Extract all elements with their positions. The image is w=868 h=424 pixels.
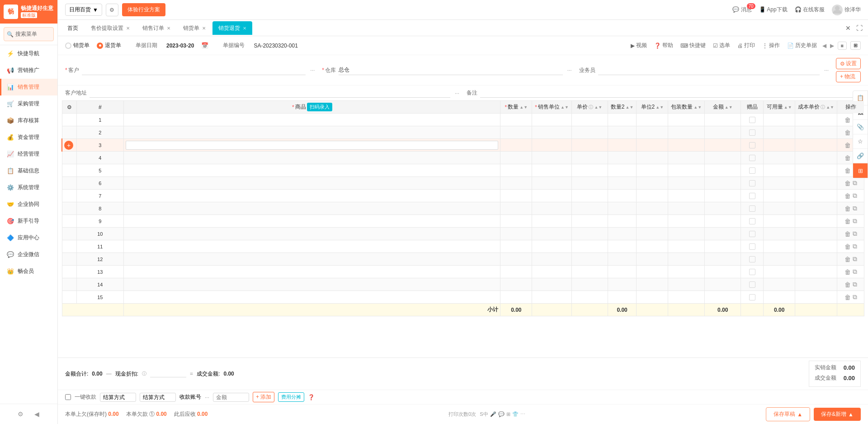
gift-checkbox[interactable] <box>749 218 755 224</box>
gift-checkbox[interactable] <box>749 205 755 212</box>
cost-cell[interactable] <box>795 228 837 240</box>
shortcut-action[interactable]: ⌨ 快捷键 <box>679 41 708 50</box>
copy-row-button[interactable]: ⧉ <box>853 179 857 187</box>
delete-row-button[interactable]: 🗑 <box>844 192 851 200</box>
pkg-cell[interactable] <box>668 215 705 228</box>
qty2-cell[interactable] <box>608 266 637 278</box>
pkg-cell[interactable] <box>668 114 705 126</box>
sidebar-item-apps[interactable]: 🔷 应用中心 <box>0 229 57 246</box>
price-cell[interactable] <box>571 228 608 240</box>
unit-cell[interactable] <box>532 152 572 164</box>
amount-cell[interactable] <box>705 164 741 177</box>
avail-cell[interactable] <box>764 114 795 126</box>
unit-cell[interactable] <box>532 164 572 177</box>
price-cell[interactable] <box>571 152 608 164</box>
qty-sort[interactable]: ▲▼ <box>519 105 528 110</box>
amount-cell[interactable] <box>705 253 741 266</box>
amount-cell[interactable] <box>705 291 741 304</box>
gift-checkbox[interactable] <box>749 129 755 136</box>
sidebar-item-basic[interactable]: 📋 基础信息 <box>0 162 57 179</box>
amount-cell[interactable] <box>705 126 741 139</box>
pkg-cell[interactable] <box>668 228 705 240</box>
cost-cell[interactable] <box>795 266 837 278</box>
settings-bottom-button[interactable]: ⚙ <box>14 408 27 420</box>
qty2-cell[interactable] <box>608 228 637 240</box>
qty-cell[interactable] <box>500 291 532 304</box>
unit-cell[interactable] <box>532 266 572 278</box>
pkg-cell[interactable] <box>668 202 705 215</box>
qty-cell[interactable] <box>500 126 532 139</box>
amount-cell[interactable] <box>705 190 741 202</box>
unit-cell[interactable] <box>532 126 572 139</box>
cost-cell[interactable] <box>795 202 837 215</box>
gift-cell[interactable] <box>741 291 764 304</box>
gift-cell[interactable] <box>741 152 764 164</box>
gift-checkbox[interactable] <box>749 243 755 250</box>
amount-cell[interactable] <box>705 215 741 228</box>
product-cell[interactable] <box>124 278 500 291</box>
gift-cell[interactable] <box>741 202 764 215</box>
unit-cell[interactable] <box>532 177 572 190</box>
amount-cell[interactable] <box>705 177 741 190</box>
cost-cell[interactable] <box>795 114 837 126</box>
unit2-cell[interactable] <box>637 190 668 202</box>
gift-cell[interactable] <box>741 266 764 278</box>
unit2-cell[interactable] <box>637 266 668 278</box>
gift-cell[interactable] <box>741 228 764 240</box>
unit-cell[interactable] <box>532 291 572 304</box>
link-tool-button[interactable]: 🔗 <box>853 149 868 163</box>
qty2-cell[interactable] <box>608 291 637 304</box>
amount-cell[interactable] <box>705 240 741 253</box>
avail-cell[interactable] <box>764 291 795 304</box>
amount-cell[interactable] <box>705 152 741 164</box>
qty-cell[interactable] <box>500 152 532 164</box>
cost-cell[interactable] <box>795 278 837 291</box>
operation-action[interactable]: ⋮ 操作 <box>760 41 782 50</box>
qty2-cell[interactable] <box>608 126 637 139</box>
setting-button[interactable]: ⚙ 设置 <box>836 58 861 69</box>
avail-cell[interactable] <box>764 177 795 190</box>
price-sort[interactable]: ▲▼ <box>594 105 602 110</box>
product-cell[interactable] <box>124 228 500 240</box>
save-draft-button[interactable]: 保存草稿 ▲ <box>766 407 810 421</box>
save-new-button[interactable]: 保存&新增 ▲ <box>814 408 861 421</box>
sidebar-item-marketing[interactable]: 📢 营销推广 <box>0 62 57 79</box>
gift-cell[interactable] <box>741 240 764 253</box>
discount-info-icon[interactable]: ⓘ <box>142 371 146 377</box>
date-picker-button[interactable]: 📅 <box>201 42 208 49</box>
unit-cell[interactable] <box>532 190 572 202</box>
gift-cell[interactable] <box>741 164 764 177</box>
qty-cell[interactable] <box>500 114 532 126</box>
price-info-icon[interactable]: ⓘ <box>589 104 593 110</box>
unit2-cell[interactable] <box>637 278 668 291</box>
qty-cell[interactable] <box>500 190 532 202</box>
qty-cell[interactable] <box>500 228 532 240</box>
column-settings[interactable]: ⚙ <box>62 101 76 114</box>
qty2-cell[interactable] <box>608 202 637 215</box>
qty2-cell[interactable] <box>608 139 637 152</box>
unit2-cell[interactable] <box>637 240 668 253</box>
cost-info-icon[interactable]: ⓘ <box>821 104 825 110</box>
pkg-sort[interactable]: ▲▼ <box>693 105 702 110</box>
gift-checkbox[interactable] <box>749 256 755 262</box>
pkg-cell[interactable] <box>668 152 705 164</box>
discount-input[interactable] <box>150 371 186 377</box>
amount-cell[interactable] <box>705 278 741 291</box>
search-menu-button[interactable]: 🔍 搜索菜单 <box>4 27 54 41</box>
unit-cell[interactable] <box>532 202 572 215</box>
avail-cell[interactable] <box>764 253 795 266</box>
avail-cell[interactable] <box>764 278 795 291</box>
payment-method-select[interactable]: 结算方式 <box>100 393 136 402</box>
price-cell[interactable] <box>571 177 608 190</box>
sidebar-item-purchase[interactable]: 🛒 采购管理 <box>0 95 57 112</box>
user-info[interactable]: 徐泽华 <box>832 5 861 15</box>
avail-cell[interactable] <box>764 190 795 202</box>
unit2-cell[interactable] <box>637 291 668 304</box>
price-cell[interactable] <box>571 240 608 253</box>
online-service-link[interactable]: 🎧 在线客服 <box>795 6 825 14</box>
qty-cell[interactable] <box>500 253 532 266</box>
cost-cell[interactable] <box>795 164 837 177</box>
salesperson-select-button[interactable]: ··· <box>824 67 829 73</box>
pkg-cell[interactable] <box>668 139 705 152</box>
sidebar-item-sales[interactable]: 📊 销售管理 <box>0 79 57 95</box>
